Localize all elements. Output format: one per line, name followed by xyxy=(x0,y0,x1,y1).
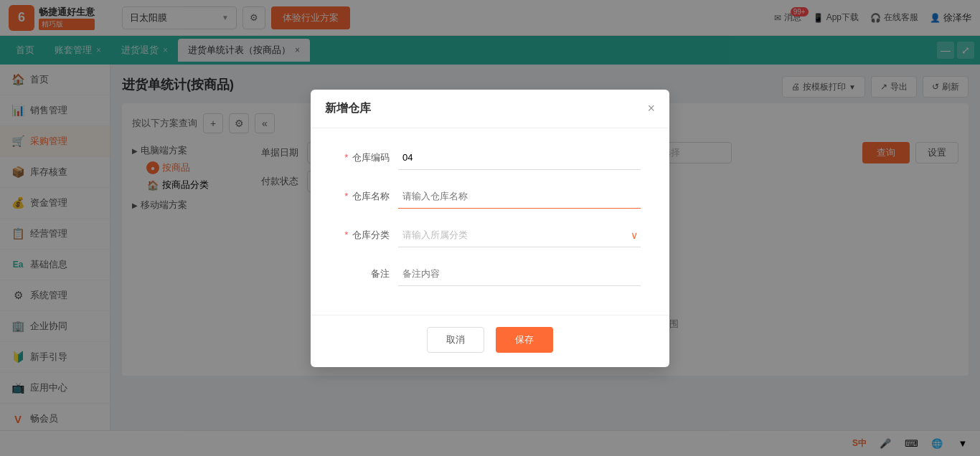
modal-body: * 仓库编码 * 仓库名称 * 仓库分类 xyxy=(311,128,669,315)
name-required-mark: * xyxy=(344,191,348,201)
category-select-wrap: 请输入所属分类 ∨ xyxy=(398,223,641,247)
modal-field-code: * 仓库编码 xyxy=(339,146,641,170)
modal: 新增仓库 × * 仓库编码 * 仓库名称 xyxy=(311,90,669,367)
modal-title: 新增仓库 xyxy=(325,101,371,116)
modal-field-remark: 备注 xyxy=(339,262,641,286)
code-label: * 仓库编码 xyxy=(339,151,390,164)
remark-label-text: 备注 xyxy=(371,268,390,279)
cancel-button[interactable]: 取消 xyxy=(427,327,484,353)
modal-header: 新增仓库 × xyxy=(311,90,669,128)
modal-close-button[interactable]: × xyxy=(647,102,655,115)
name-input[interactable] xyxy=(398,184,641,209)
name-label-text: 仓库名称 xyxy=(352,191,390,201)
code-required-mark: * xyxy=(344,152,348,163)
remark-label: 备注 xyxy=(339,267,390,280)
modal-footer: 取消 保存 xyxy=(311,315,669,367)
modal-overlay[interactable]: 新增仓库 × * 仓库编码 * 仓库名称 xyxy=(0,0,980,456)
modal-field-category: * 仓库分类 请输入所属分类 ∨ xyxy=(339,223,641,247)
category-select[interactable]: 请输入所属分类 xyxy=(398,223,641,247)
category-label-text: 仓库分类 xyxy=(352,229,390,240)
category-label: * 仓库分类 xyxy=(339,229,390,242)
code-label-text: 仓库编码 xyxy=(352,152,390,163)
remark-input[interactable] xyxy=(398,262,641,286)
code-input[interactable] xyxy=(398,146,641,170)
save-button[interactable]: 保存 xyxy=(496,327,553,353)
name-label: * 仓库名称 xyxy=(339,190,390,203)
category-required-mark: * xyxy=(344,229,348,240)
modal-field-name: * 仓库名称 xyxy=(339,184,641,209)
